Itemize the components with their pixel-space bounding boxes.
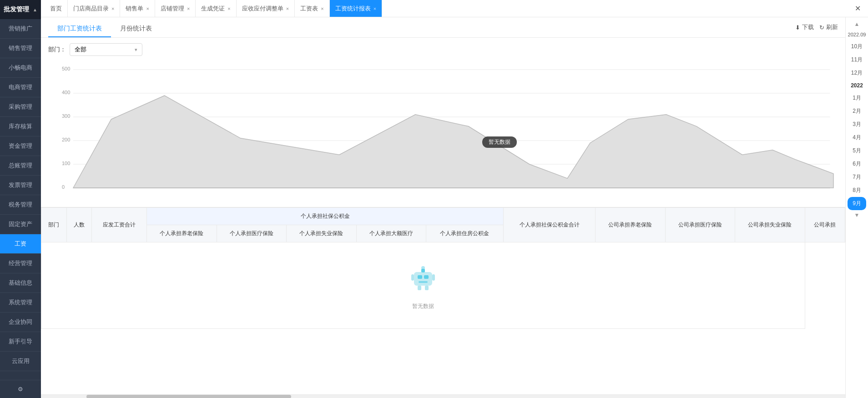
tab-销售单[interactable]: 销售单× — [120, 0, 155, 17]
sidebar-item-资金管理[interactable]: 资金管理 — [0, 136, 41, 156]
table-area[interactable]: 部门 人数 应发工资合计 个人承担社保公积金 个人承担社保公积金合计 公司承担养… — [41, 207, 845, 394]
timeline-down-button[interactable]: ▼ — [846, 210, 868, 220]
col-count: 人数 — [66, 208, 92, 242]
timeline-item-8月[interactable]: 8月 — [846, 184, 868, 197]
timeline-item-1月[interactable]: 1月 — [846, 91, 868, 105]
sidebar-item-工资[interactable]: 工资 — [0, 234, 41, 254]
filter-row: 部门： 全部 ▾ — [41, 38, 845, 61]
download-button[interactable]: ⬇ 下载 — [795, 23, 814, 31]
col-company-unemployment: 公司承担失业保险 — [735, 208, 805, 242]
col-group-personal: 个人承担社保公积金 — [147, 208, 504, 225]
timeline-item-4月[interactable]: 4月 — [846, 131, 868, 144]
timeline-item-9月[interactable]: 9月 — [848, 197, 866, 210]
col-personal-pension: 个人承担养老保险 — [147, 225, 217, 242]
tab-生成凭证[interactable]: 生成凭证× — [196, 0, 236, 17]
tab-门店商品目录[interactable]: 门店商品目录× — [68, 0, 120, 17]
svg-rect-21 — [418, 286, 421, 290]
svg-text:100: 100 — [62, 161, 70, 166]
tab-应收应付调整单[interactable]: 应收应付调整单× — [237, 0, 295, 17]
svg-rect-16 — [419, 281, 428, 283]
sidebar-header[interactable]: 批发管理 ▲ — [0, 0, 41, 19]
tab-店铺管理[interactable]: 店铺管理× — [155, 0, 196, 17]
col-total-salary: 应发工资合计 — [92, 208, 147, 242]
department-filter-label: 部门： — [48, 45, 66, 54]
sidebar-item-小畅电商[interactable]: 小畅电商 — [0, 58, 41, 78]
timeline-year-label: 2022.09 — [846, 29, 868, 40]
tab-首页[interactable]: 首页 — [45, 0, 68, 17]
sidebar-item-税务管理[interactable]: 税务管理 — [0, 195, 41, 215]
tab-close-生成凭证[interactable]: × — [227, 6, 230, 11]
empty-robot-icon — [405, 261, 441, 297]
sub-tabs-left: 部门工资统计表 月份统计表 — [48, 21, 161, 37]
svg-text:200: 200 — [62, 137, 70, 142]
tab-close-工资统计报表[interactable]: × — [373, 6, 376, 11]
refresh-button[interactable]: ↻ 刷新 — [819, 23, 838, 31]
close-all-tabs-button[interactable]: ✕ — [851, 4, 864, 13]
timeline-item-3月[interactable]: 3月 — [846, 118, 868, 131]
scrollbar-thumb[interactable] — [86, 395, 291, 398]
download-icon: ⬇ — [795, 24, 800, 31]
col-personal-total: 个人承担社保公积金合计 — [503, 208, 595, 242]
chevron-down-icon: ▾ — [135, 47, 137, 53]
sidebar-item-新手引导[interactable]: 新手引导 — [0, 332, 41, 352]
col-company-other: 公司承担 — [805, 208, 845, 242]
svg-rect-13 — [414, 272, 432, 286]
sidebar-item-采购管理[interactable]: 采购管理 — [0, 97, 41, 117]
download-label: 下载 — [802, 23, 814, 31]
tab-close-销售单[interactable]: × — [146, 6, 149, 11]
col-department: 部门 — [41, 208, 67, 242]
timeline-item-7月[interactable]: 7月 — [846, 171, 868, 184]
refresh-icon: ↻ — [819, 24, 824, 31]
sidebar-item-库存核算[interactable]: 库存核算 — [0, 117, 41, 136]
svg-rect-19 — [411, 274, 414, 281]
tab-close-门店商品目录[interactable]: × — [111, 6, 114, 11]
timeline-item-2022[interactable]: 2022 — [846, 80, 868, 91]
sidebar-item-云应用[interactable]: 云应用 — [0, 352, 41, 371]
sidebar-item-固定资产[interactable]: 固定资产 — [0, 215, 41, 234]
timeline-item-5月[interactable]: 5月 — [846, 144, 868, 157]
svg-rect-20 — [432, 274, 435, 281]
sidebar-item-系统管理[interactable]: 系统管理 — [0, 293, 41, 312]
empty-text: 暂无数据 — [412, 302, 434, 310]
sidebar-item-企业协同[interactable]: 企业协同 — [0, 312, 41, 332]
sidebar-item-销售管理[interactable]: 销售管理 — [0, 39, 41, 58]
svg-text:500: 500 — [62, 66, 70, 71]
page: 部门工资统计表 月份统计表 ⬇ 下载 ↻ 刷新 部门： — [41, 17, 845, 398]
sidebar-item-电商管理[interactable]: 电商管理 — [0, 78, 41, 97]
area-chart: 500 400 300 200 100 0 — [48, 61, 838, 198]
sub-tabs-bar: 部门工资统计表 月份统计表 ⬇ 下载 ↻ 刷新 — [41, 17, 845, 38]
svg-rect-14 — [418, 275, 422, 279]
tab-department-stats[interactable]: 部门工资统计表 — [48, 21, 111, 37]
department-select[interactable]: 全部 ▾ — [70, 43, 142, 56]
col-personal-medical: 个人承担医疗保险 — [217, 225, 286, 242]
timeline-item-6月[interactable]: 6月 — [846, 157, 868, 171]
svg-rect-22 — [425, 286, 429, 290]
sidebar-item-经营管理[interactable]: 经营管理 — [0, 254, 41, 273]
sidebar-item-基础信息[interactable]: 基础信息 — [0, 273, 41, 293]
refresh-label: 刷新 — [826, 23, 838, 31]
sidebar: 批发管理 ▲ 营销推广销售管理小畅电商电商管理采购管理库存核算资金管理总账管理发… — [0, 0, 41, 398]
svg-rect-15 — [424, 275, 429, 279]
tab-close-店铺管理[interactable]: × — [187, 6, 190, 11]
sidebar-item-营销推广[interactable]: 营销推广 — [0, 19, 41, 39]
col-personal-major-medical: 个人承担大额医疗 — [356, 225, 426, 242]
chart-area: 500 400 300 200 100 0 暂 — [41, 61, 845, 207]
timeline-item-12月[interactable]: 12月 — [846, 66, 868, 80]
tab-close-工资表[interactable]: × — [321, 6, 323, 11]
sidebar-item-发票管理[interactable]: 发票管理 — [0, 176, 41, 195]
sidebar-collapse-icon: ▲ — [33, 7, 37, 12]
tab-close-应收应付调整单[interactable]: × — [286, 6, 289, 11]
sidebar-item-总账管理[interactable]: 总账管理 — [0, 156, 41, 176]
tab-month-stats[interactable]: 月份统计表 — [111, 21, 161, 37]
timeline-up-button[interactable]: ▲ — [846, 19, 868, 29]
gear-icon: ⚙ — [18, 386, 23, 393]
content-area: 部门工资统计表 月份统计表 ⬇ 下载 ↻ 刷新 部门： — [41, 17, 868, 398]
tab-工资表[interactable]: 工资表× — [295, 0, 329, 17]
col-personal-unemployment: 个人承担失业保险 — [287, 225, 356, 242]
timeline-item-2月[interactable]: 2月 — [846, 105, 868, 118]
horizontal-scrollbar[interactable] — [41, 394, 845, 398]
timeline-item-11月[interactable]: 11月 — [846, 53, 868, 66]
timeline-item-10月[interactable]: 10月 — [846, 40, 868, 53]
sidebar-settings-button[interactable]: ⚙ — [0, 380, 41, 398]
tab-工资统计报表[interactable]: 工资统计报表× — [330, 0, 382, 17]
